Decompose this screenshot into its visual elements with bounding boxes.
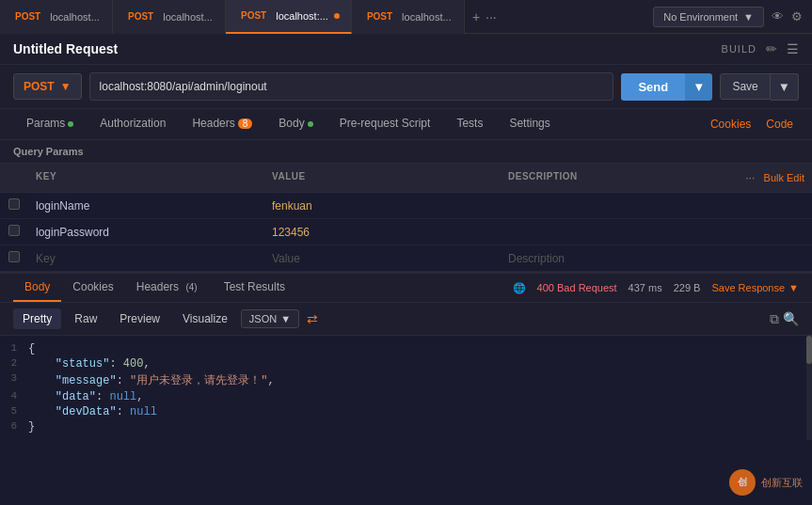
eye-icon[interactable]: 👁 xyxy=(772,9,784,24)
bulk-edit-button[interactable]: Bulk Edit xyxy=(764,172,804,183)
save-response-button[interactable]: Save Response ▼ xyxy=(711,282,799,293)
row2-checkbox[interactable] xyxy=(0,219,28,245)
save-button-group: Save ▼ xyxy=(720,73,799,101)
env-label: No Environment xyxy=(663,11,738,23)
preview-view-button[interactable]: Preview xyxy=(110,308,169,329)
build-label: BUILD xyxy=(722,43,756,55)
params-table: KEY VALUE DESCRIPTION ··· Bulk Edit logi… xyxy=(0,164,812,272)
globe-icon: 🌐 xyxy=(513,282,526,294)
description-icon[interactable]: ☰ xyxy=(787,41,799,56)
row3-description[interactable]: Description xyxy=(501,246,737,271)
resp-tab-test-results[interactable]: Test Results xyxy=(213,274,296,302)
actions-col-header: ··· Bulk Edit xyxy=(737,167,812,188)
method-chevron-icon: ▼ xyxy=(60,80,72,93)
scrollbar-track[interactable] xyxy=(806,336,812,440)
body-dot xyxy=(308,121,313,127)
resp-tab-headers[interactable]: Headers (4) xyxy=(125,274,213,302)
row3-checkbox[interactable] xyxy=(0,245,28,271)
table-header: KEY VALUE DESCRIPTION ··· Bulk Edit xyxy=(0,164,812,193)
row1-value[interactable]: fenkuan xyxy=(264,194,501,218)
resp-headers-badge: (4) xyxy=(182,282,200,292)
format-dropdown[interactable]: JSON ▼ xyxy=(241,309,299,328)
tab-1-title: localhost... xyxy=(50,11,100,23)
code-line-3: 3 "message": "用户未登录，请先登录！", xyxy=(0,371,812,389)
tab-4-title: localhost... xyxy=(402,11,452,23)
watermark-logo: 创 xyxy=(729,469,756,496)
key-col-header: KEY xyxy=(28,167,264,188)
tab-params[interactable]: Params xyxy=(13,109,87,139)
url-bar: POST ▼ Send ▼ Save ▼ xyxy=(0,65,812,109)
row2-key[interactable]: loginPassword xyxy=(28,220,264,245)
more-tabs-button[interactable]: ··· xyxy=(486,9,497,24)
method-label: POST xyxy=(24,80,55,93)
send-dropdown-button[interactable]: ▼ xyxy=(685,73,712,101)
params-dot xyxy=(68,121,73,127)
row3-value[interactable]: Value xyxy=(264,246,501,271)
tab-authorization[interactable]: Authorization xyxy=(87,109,179,139)
cookies-link[interactable]: Cookies xyxy=(705,110,756,138)
code-line-1: 1 { xyxy=(0,341,812,356)
request-title: Untitled Request xyxy=(13,41,118,56)
save-button[interactable]: Save xyxy=(720,73,770,100)
row1-checkbox[interactable] xyxy=(0,193,28,218)
environment-dropdown[interactable]: No Environment ▼ xyxy=(653,7,764,27)
table-row: loginPassword 123456 xyxy=(0,219,812,245)
row1-description[interactable] xyxy=(501,200,737,212)
wrap-icon[interactable]: ⇄ xyxy=(307,311,318,326)
tab-3-title: localhost:... xyxy=(276,10,328,22)
tab-headers[interactable]: Headers8 xyxy=(179,109,265,139)
method-dropdown[interactable]: POST ▼ xyxy=(13,73,82,100)
checkbox-icon[interactable] xyxy=(8,198,20,210)
tab-3[interactable]: POST localhost:... xyxy=(226,0,352,34)
tab-3-dot xyxy=(334,13,340,19)
resp-tab-body[interactable]: Body xyxy=(13,274,61,302)
tab-4-method: POST xyxy=(363,10,396,23)
table-more-icon[interactable]: ··· xyxy=(745,171,755,184)
row2-value[interactable]: 123456 xyxy=(264,220,501,245)
checkbox-icon[interactable] xyxy=(8,251,20,262)
send-button[interactable]: Send xyxy=(621,73,685,101)
tab-actions: + ··· xyxy=(465,9,504,24)
checkbox-icon[interactable] xyxy=(8,225,20,236)
visualize-view-button[interactable]: Visualize xyxy=(173,308,237,329)
tab-tests[interactable]: Tests xyxy=(443,109,496,139)
tab-2[interactable]: POST localhost... xyxy=(113,0,226,34)
settings-icon[interactable]: ⚙ xyxy=(791,9,803,24)
response-size: 229 B xyxy=(674,282,701,293)
tab-prerequest[interactable]: Pre-request Script xyxy=(326,109,444,139)
tab-1-method: POST xyxy=(11,10,44,23)
save-response-label: Save Response xyxy=(711,282,785,293)
raw-view-button[interactable]: Raw xyxy=(65,308,106,329)
table-row: Key Value Description xyxy=(0,245,812,272)
pretty-view-button[interactable]: Pretty xyxy=(13,308,61,329)
row3-key[interactable]: Key xyxy=(28,246,264,271)
query-params-section: Query Params xyxy=(0,140,812,164)
tab-4[interactable]: POST localhost... xyxy=(352,0,465,34)
response-time: 437 ms xyxy=(629,282,662,293)
resp-tab-cookies[interactable]: Cookies xyxy=(61,274,124,302)
add-tab-button[interactable]: + xyxy=(472,9,480,24)
response-section: Body Cookies Headers (4) Test Results 🌐 … xyxy=(0,272,812,440)
tab-1[interactable]: POST localhost... xyxy=(0,0,113,34)
response-status-area: 🌐 400 Bad Request 437 ms 229 B Save Resp… xyxy=(513,282,799,294)
request-tabs: Params Authorization Headers8 Body Pre-r… xyxy=(0,109,812,140)
env-chevron-icon: ▼ xyxy=(743,11,754,23)
desc-col-header: DESCRIPTION xyxy=(501,167,737,188)
save-dropdown-button[interactable]: ▼ xyxy=(771,73,799,101)
scrollbar-thumb[interactable] xyxy=(806,336,812,364)
edit-icon[interactable]: ✏ xyxy=(766,41,777,56)
copy-icon[interactable]: ⧉ xyxy=(770,311,779,327)
tab-body[interactable]: Body xyxy=(265,109,326,139)
code-link[interactable]: Code xyxy=(760,110,799,138)
url-input[interactable] xyxy=(89,72,614,101)
row1-actions xyxy=(737,200,812,212)
build-area: BUILD ✏ ☰ xyxy=(722,41,799,56)
row2-description[interactable] xyxy=(501,227,737,238)
row2-actions xyxy=(737,227,812,238)
search-icon[interactable]: 🔍 xyxy=(783,311,799,326)
row1-key[interactable]: loginName xyxy=(28,194,264,218)
watermark: 创 创新互联 xyxy=(729,469,803,496)
tab-3-method: POST xyxy=(237,9,270,22)
request-title-bar: Untitled Request BUILD ✏ ☰ xyxy=(0,34,812,65)
tab-settings[interactable]: Settings xyxy=(496,109,563,139)
